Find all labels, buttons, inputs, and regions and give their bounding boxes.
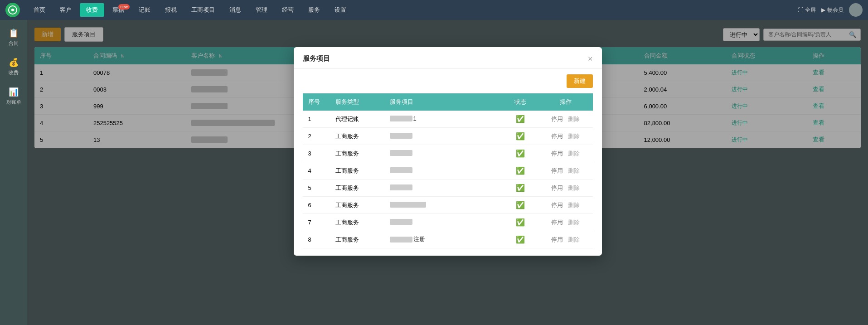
sidebar-label-contract: 合同 [9, 40, 19, 47]
status-check-icon: ✅ [516, 167, 525, 175]
modal-cell-item: 1 [384, 111, 502, 128]
modal-cell-seq: 7 [303, 214, 330, 231]
sidebar-label-fee: 收费 [9, 69, 19, 76]
nav-right-section: ⛶ 全屏 ▶ 畅会员 [798, 3, 863, 17]
fullscreen-icon: ⛶ [798, 7, 803, 13]
contract-icon: 📋 [9, 28, 19, 38]
modal-cell-item [384, 128, 502, 145]
sidebar-item-reconcile[interactable]: 📊 对账单 [1, 82, 26, 110]
sidebar-label-reconcile: 对账单 [6, 99, 21, 106]
nav-industrial[interactable]: 工商项目 [185, 3, 221, 17]
modal-cell-seq: 5 [303, 179, 330, 197]
modal-toolbar: 新建 [294, 69, 602, 93]
modal-col-status: 状态 [502, 93, 538, 111]
status-check-icon: ✅ [516, 150, 525, 157]
modal-cell-seq: 6 [303, 197, 330, 214]
modal-cell-type: 工商服务 [330, 214, 384, 231]
stop-button[interactable]: 停用 [551, 133, 563, 140]
modal-cell-ops: 停用 删除 [538, 145, 593, 162]
modal-cell-status: ✅ [502, 145, 538, 162]
delete-button[interactable]: 删除 [568, 236, 580, 243]
modal-cell-type: 工商服务 [330, 231, 384, 248]
modal-title: 服务项目 [303, 54, 330, 63]
new-badge: new [118, 4, 130, 10]
modal-col-seq: 序号 [303, 93, 330, 111]
modal-cell-type: 工商服务 [330, 128, 384, 145]
nav-tax[interactable]: 报税 [159, 3, 183, 17]
delete-button[interactable]: 删除 [568, 202, 580, 209]
stop-button[interactable]: 停用 [551, 219, 563, 226]
app-logo [5, 3, 20, 17]
modal-table-row: 8 工商服务 注册 ✅ 停用 删除 [303, 231, 593, 248]
modal-cell-status: ✅ [502, 214, 538, 231]
nav-settings[interactable]: 设置 [328, 3, 353, 17]
nav-service[interactable]: 服务 [302, 3, 326, 17]
avatar[interactable] [849, 3, 863, 17]
nav-message[interactable]: 消息 [223, 3, 247, 17]
nav-home[interactable]: 首页 [27, 3, 52, 17]
modal-cell-status: ✅ [502, 231, 538, 248]
status-check-icon: ✅ [516, 132, 525, 140]
modal-cell-ops: 停用 删除 [538, 231, 593, 248]
nav-operation[interactable]: 经营 [276, 3, 300, 17]
delete-button[interactable]: 删除 [568, 116, 580, 122]
modal-cell-status: ✅ [502, 179, 538, 197]
modal-cell-item [384, 145, 502, 162]
modal-table-row: 7 工商服务 ✅ 停用 删除 [303, 214, 593, 231]
delete-button[interactable]: 删除 [568, 167, 580, 174]
stop-button[interactable]: 停用 [551, 116, 563, 122]
delete-button[interactable]: 删除 [568, 184, 580, 191]
modal-table-row: 5 工商服务 ✅ 停用 删除 [303, 179, 593, 197]
modal-cell-ops: 停用 删除 [538, 197, 593, 214]
modal-cell-ops: 停用 删除 [538, 128, 593, 145]
vip-icon: ▶ [821, 7, 825, 13]
modal-cell-seq: 3 [303, 145, 330, 162]
service-items-modal: 服务项目 × 新建 序号 服务类型 服务项目 状态 [294, 47, 602, 256]
modal-close-button[interactable]: × [588, 55, 593, 63]
nav-manage[interactable]: 管理 [249, 3, 274, 17]
modal-cell-type: 工商服务 [330, 197, 384, 214]
sidebar: 📋 合同 💰 收费 📊 对账单 [0, 20, 27, 325]
modal-table-row: 4 工商服务 ✅ 停用 删除 [303, 162, 593, 179]
fullscreen-button[interactable]: ⛶ 全屏 [798, 6, 816, 14]
modal-header: 服务项目 × [294, 47, 602, 69]
service-items-table: 序号 服务类型 服务项目 状态 操作 1 代理记账 1 ✅ 停用 删除 [303, 93, 593, 248]
modal-cell-status: ✅ [502, 197, 538, 214]
modal-cell-status: ✅ [502, 128, 538, 145]
delete-button[interactable]: 删除 [568, 219, 580, 226]
modal-cell-status: ✅ [502, 162, 538, 179]
sidebar-item-contract[interactable]: 📋 合同 [1, 24, 26, 51]
sidebar-item-fee[interactable]: 💰 收费 [1, 53, 26, 81]
new-service-button[interactable]: 新建 [567, 74, 593, 88]
status-check-icon: ✅ [516, 218, 525, 226]
delete-button[interactable]: 删除 [568, 133, 580, 140]
stop-button[interactable]: 停用 [551, 236, 563, 243]
nav-fee[interactable]: 收费 [80, 3, 104, 17]
top-navigation: 首页 客户 收费 票据 new 记账 报税 工商项目 消息 管理 经营 服务 设… [0, 0, 868, 20]
stop-button[interactable]: 停用 [551, 202, 563, 209]
nav-customer[interactable]: 客户 [53, 3, 78, 17]
vip-button[interactable]: ▶ 畅会员 [821, 6, 844, 14]
stop-button[interactable]: 停用 [551, 150, 563, 157]
modal-col-ops: 操作 [538, 93, 593, 111]
modal-cell-item [384, 179, 502, 197]
modal-cell-item [384, 214, 502, 231]
status-check-icon: ✅ [516, 236, 525, 243]
stop-button[interactable]: 停用 [551, 184, 563, 191]
modal-cell-item: 注册 [384, 231, 502, 248]
modal-col-item: 服务项目 [384, 93, 502, 111]
modal-cell-ops: 停用 删除 [538, 162, 593, 179]
nav-bookkeep[interactable]: 记账 [132, 3, 157, 17]
stop-button[interactable]: 停用 [551, 167, 563, 174]
modal-table-container: 序号 服务类型 服务项目 状态 操作 1 代理记账 1 ✅ 停用 删除 [294, 93, 602, 256]
modal-cell-type: 工商服务 [330, 179, 384, 197]
fee-icon: 💰 [9, 58, 19, 68]
reconcile-icon: 📊 [9, 87, 19, 97]
modal-cell-type: 工商服务 [330, 145, 384, 162]
modal-cell-seq: 4 [303, 162, 330, 179]
delete-button[interactable]: 删除 [568, 150, 580, 157]
modal-cell-status: ✅ [502, 111, 538, 128]
nav-invoice[interactable]: 票据 new [106, 3, 131, 17]
status-check-icon: ✅ [516, 201, 525, 209]
modal-table-row: 1 代理记账 1 ✅ 停用 删除 [303, 111, 593, 128]
